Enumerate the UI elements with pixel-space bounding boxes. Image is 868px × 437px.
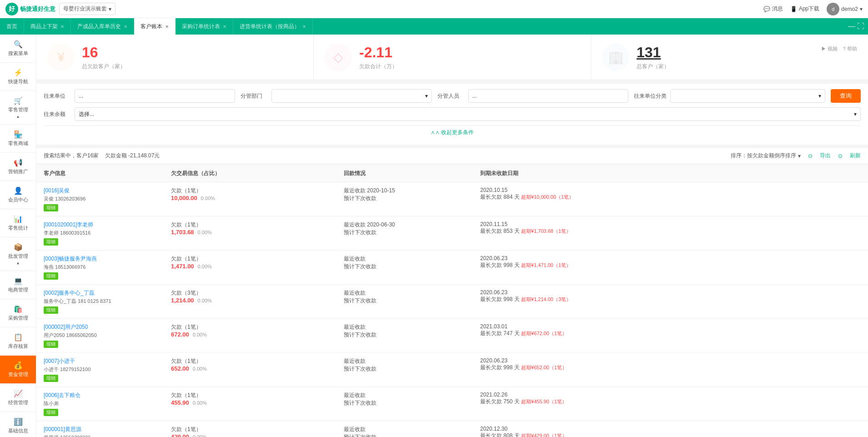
sidebar-item-retail-stat[interactable]: 📊 零售统计 (0, 209, 36, 237)
customer-name-1[interactable]: [0001020001]李老师 (44, 221, 171, 229)
sort-button[interactable]: 排序：按欠款金额倒序排序 ▾ (731, 152, 801, 160)
user-menu[interactable]: d demo2 ▾ (827, 3, 863, 15)
table-row: [0016]吴俊 吴俊 13026203696 现销 欠款（1笔） 10,000… (36, 182, 868, 216)
refresh-button[interactable]: 刷新 (850, 152, 861, 160)
stat-icon-total: 🏢 (602, 44, 629, 71)
debt-cell-3: 欠款（3笔） 1,214.000.00% (171, 289, 344, 304)
customer-name-5[interactable]: [0007]小进干 (44, 357, 171, 365)
customer-name-2[interactable]: [0003]畅捷服务尹海燕 (44, 255, 171, 263)
recovery-cell-1: 最近收款 2020-06-30 预计下次收款 (344, 221, 480, 236)
sidebar-item-basic-info[interactable]: ℹ️ 基础信息 (0, 412, 36, 437)
debt-cell-7: 欠款（1笔） 429.000.00% (171, 426, 344, 437)
search-button[interactable]: 查询 (831, 89, 861, 103)
sidebar-label-inventory: 库存核算 (8, 343, 28, 350)
filter-balance: 往来余额 选择... ▾ (44, 107, 861, 121)
overdue-amount-5[interactable]: 超期¥652.00（1笔） (521, 365, 567, 370)
customer-cell-6: [0006]去下粮仓 陈小弟 现销 (44, 392, 171, 416)
next-payment-2: 预计下次收款 (344, 263, 480, 271)
customer-tag-4: 现销 (44, 341, 58, 348)
overdue-amount-2[interactable]: 超期¥1,471.00（1笔） (521, 262, 571, 268)
sidebar-item-batch-mgmt[interactable]: 📦 批发管理 ▲ (0, 237, 36, 271)
overdue-amount-6[interactable]: 超期¥455.90（1笔） (521, 399, 567, 404)
debt-percent-5: 0.00% (193, 366, 207, 372)
sidebar-item-retail-mall[interactable]: 🏪 零售商城 (0, 125, 36, 153)
tab-customer-account-close[interactable]: ✕ (165, 24, 169, 29)
person-input[interactable]: ... (468, 89, 629, 103)
tab-customer-account[interactable]: 客户账本 ✕ (134, 18, 176, 35)
sidebar-label-retail-stat: 零售统计 (8, 225, 28, 231)
overdue-amount-4[interactable]: 超期¥672.00（1笔） (521, 331, 567, 336)
customer-name-0[interactable]: [0016]吴俊 (44, 187, 171, 195)
recovery-cell-4: 最近收款 预计下次收款 (344, 323, 480, 339)
due-date-0: 2020.10.15 (480, 187, 861, 193)
recovery-info-3: 最近收款 (344, 289, 480, 297)
tab-import-stat-close[interactable]: ✕ (302, 24, 306, 29)
tab-import-stat[interactable]: 进货单统计表（按商品） ✕ (233, 18, 313, 35)
sidebar-item-ecommerce[interactable]: 💻 电商管理 (0, 271, 36, 299)
due-cell-7: 2020.12.30 最长欠款 808 天 超期¥429.00（1笔） (480, 426, 861, 437)
source-unit-input[interactable]: ... (75, 89, 235, 103)
customer-name-7[interactable]: [000001]黄思源 (44, 426, 171, 433)
debt-cell-4: 欠款（1笔） 672.000.00% (171, 323, 344, 338)
overdue-amount-7[interactable]: 超期¥429.00（1笔） (521, 433, 567, 437)
unit-category-select[interactable]: ▾ (670, 89, 825, 103)
sidebar-item-finance[interactable]: 💰 资金管理 (0, 356, 36, 384)
tab-production-history-close[interactable]: ✕ (124, 24, 127, 29)
sidebar-item-inventory[interactable]: 📋 库存核算 (0, 327, 36, 356)
company-selector[interactable]: 母婴行业演示账套 ▾ (59, 3, 115, 15)
overdue-amount-3[interactable]: 超期¥1,214.00（3笔） (521, 296, 571, 302)
collapse-icon: ∧∧ (431, 129, 440, 136)
customer-name-3[interactable]: [0002]服务中心_丁磊 (44, 289, 171, 297)
sidebar-label-purchase-mgmt: 采购管理 (8, 315, 28, 321)
balance-select[interactable]: 选择... ▾ (75, 107, 861, 121)
customer-name-6[interactable]: [0006]去下粮仓 (44, 392, 171, 399)
sidebar-item-marketing[interactable]: 📢 营销推广 (0, 153, 36, 181)
customer-tag-2: 现销 (44, 272, 58, 280)
overdue-days-3: 最长欠款 998 天 (480, 296, 520, 302)
dept-select[interactable]: ▾ (271, 89, 432, 103)
message-btn[interactable]: 💬 消息 (763, 5, 783, 13)
customer-name-4[interactable]: [000002]用户2050 (44, 323, 171, 331)
sidebar-item-retail-mgmt[interactable]: 🛒 零售管理 ▲ (0, 91, 36, 125)
help-btn[interactable]: ? 帮助 (843, 45, 857, 52)
tab-minimize-icon[interactable]: — (848, 22, 855, 30)
sidebar-label-marketing: 营销推广 (8, 168, 28, 175)
customer-cell-3: [0002]服务中心_丁磊 服务中心_丁磊 181 0125 8371 现销 (44, 289, 171, 314)
sidebar-item-member[interactable]: 👤 会员中心 (0, 181, 36, 209)
top-bar-right: 💬 消息 📱 App下载 d demo2 ▾ (763, 3, 863, 15)
tab-production-history[interactable]: 产成品入库单历史 ✕ (71, 18, 134, 35)
tab-product-listing[interactable]: 商品上下架 ✕ (24, 18, 71, 35)
overdue-amount-1[interactable]: 超期¥1,703.68（1笔） (521, 228, 571, 234)
retail-mgmt-arrow: ▲ (16, 115, 20, 119)
logo-icon: 好 (5, 3, 18, 15)
app-download-btn[interactable]: 📱 App下载 (790, 5, 819, 13)
video-btn[interactable]: ▶ 视频 (821, 45, 838, 52)
sort-label: 排序：按欠款金额倒序排序 (731, 152, 796, 160)
sidebar-item-quick-nav[interactable]: ⚡ 快捷导航 (0, 63, 36, 91)
debt-amount-4: 672.00 (171, 331, 189, 338)
clipboard-icon: 📋 (14, 333, 23, 342)
recovery-cell-7: 最近收款 预计下次收款 (344, 426, 480, 437)
source-unit-label: 往来单位 (44, 92, 71, 100)
filter-row-2: 往来余额 选择... ▾ (44, 107, 861, 121)
collapse-bar[interactable]: ∧∧ 收起更多条件 (44, 126, 861, 139)
tab-product-listing-close[interactable]: ✕ (60, 24, 64, 29)
export-button[interactable]: 导出 (820, 152, 831, 160)
sidebar-item-search-menu[interactable]: 🔍 搜索菜单 (0, 35, 36, 63)
tab-maximize-icon[interactable]: ⛶ (857, 22, 864, 30)
customer-tag-3: 现销 (44, 306, 58, 314)
customer-phone-2: 海燕 18513066976 (44, 264, 171, 271)
debt-percent-4: 0.00% (193, 332, 207, 337)
user-dropdown-icon: ▾ (860, 6, 863, 12)
customer-tag-1: 现销 (44, 238, 58, 246)
sidebar-item-purchase-mgmt[interactable]: 🛍️ 采购管理 (0, 299, 36, 327)
tab-purchase-order[interactable]: 采购订单统计表 ✕ (176, 18, 233, 35)
sidebar-item-business-mgmt[interactable]: 📈 经营管理 (0, 384, 36, 412)
overdue-amount-0[interactable]: 超期¥10,000.00（1笔） (521, 194, 574, 200)
stat-value-total: 131 (637, 44, 669, 61)
tab-home[interactable]: 首页 (0, 18, 24, 35)
tab-purchase-order-close[interactable]: ✕ (223, 24, 226, 29)
stat-card-debt: ◇ -2.11 欠款合计（万） (314, 35, 591, 80)
table-row: [0007]小进干 小进干 18279152100 现销 欠款（1笔） 652.… (36, 353, 868, 387)
recovery-info-4: 最近收款 (344, 323, 480, 331)
